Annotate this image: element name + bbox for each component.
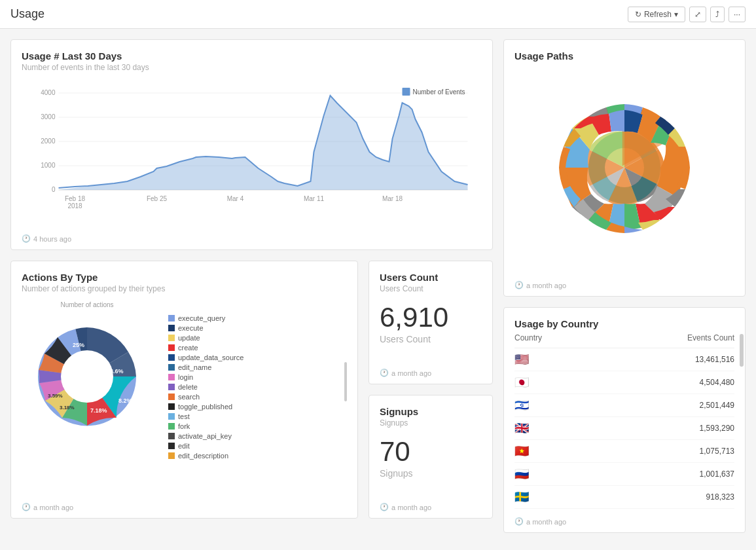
legend-item: search: [168, 393, 347, 401]
users-subtitle: Users Count: [380, 284, 482, 293]
actions-footer: 🕐 a month ago: [22, 503, 73, 511]
clock-icon: 🕐: [22, 234, 31, 243]
sunburst-area: [514, 63, 734, 272]
svg-text:1000: 1000: [41, 162, 56, 169]
legend-label: edit: [178, 442, 190, 450]
legend-label: test: [178, 412, 190, 420]
legend-label: search: [178, 393, 200, 401]
country-flag: 🇸🇪: [514, 486, 596, 509]
legend-item: edit: [168, 442, 347, 450]
top-bar: Usage ↻ Refresh ▾ ⤢ ⤴ ···: [0, 0, 756, 29]
svg-text:25%: 25%: [73, 342, 84, 348]
actions-chart-card: Actions By Type Number of actions groupe…: [10, 261, 358, 519]
event-count: 1,593,290: [596, 417, 734, 440]
table-row: 🇯🇵 4,504,480: [514, 371, 734, 394]
chart-label: Number of actions: [60, 301, 113, 308]
sunburst-chart: [523, 69, 726, 266]
refresh-button[interactable]: ↻ Refresh ▾: [628, 7, 685, 22]
legend-label: update_data_source: [178, 354, 243, 361]
country-title: Usage by Country: [514, 318, 734, 329]
legend-color: [168, 325, 175, 331]
legend-item: edit_description: [168, 452, 347, 460]
signups-subtitle: Signups: [380, 418, 482, 428]
svg-text:4000: 4000: [41, 89, 56, 96]
country-flag: 🇮🇱: [514, 394, 596, 417]
svg-text:Mar 18: Mar 18: [382, 195, 403, 202]
donut-chart: 43.6% 25% 8.2% 7.18% 3.18% 3.59%: [22, 311, 153, 442]
legend-color: [168, 344, 175, 351]
refresh-icon: ↻: [635, 10, 641, 19]
dropdown-arrow: ▾: [674, 10, 678, 19]
usage-paths-footer: 🕐 a month ago: [514, 281, 566, 289]
legend-label: edit_description: [178, 452, 228, 460]
actions-title: Actions By Type: [22, 272, 347, 283]
legend-color: [168, 403, 175, 410]
svg-point-20: [61, 350, 113, 403]
legend-item: delete: [168, 383, 347, 391]
svg-text:3000: 3000: [41, 113, 56, 120]
more-button[interactable]: ···: [729, 7, 746, 22]
usage-chart-subtitle: Number of events in the last 30 days: [22, 63, 482, 72]
legend-label: create: [178, 344, 198, 352]
clock-icon-5: 🕐: [514, 281, 524, 289]
legend-item: execute_query: [168, 314, 347, 322]
country-col-header: Country: [514, 331, 596, 348]
legend-color: [168, 335, 175, 341]
svg-text:Feb 18: Feb 18: [65, 195, 86, 202]
stats-column: Users Count Users Count 6,910 Users Coun…: [369, 261, 493, 519]
line-chart: 4000 3000 2000 1000 0 Feb 18 2018 Feb 25…: [22, 80, 482, 224]
legend-color: [168, 452, 175, 459]
legend-item: fork: [168, 422, 347, 430]
left-column: Usage # Last 30 Days Number of events in…: [10, 39, 493, 533]
legend-label: execute_query: [178, 314, 225, 322]
svg-text:43.6%: 43.6%: [107, 368, 124, 375]
event-count: 1,001,637: [596, 463, 734, 486]
table-row: 🇮🇱 2,501,449: [514, 394, 734, 417]
signups-title: Signups: [380, 406, 482, 417]
users-value: 6,910: [380, 304, 482, 331]
users-label: Users Count: [380, 334, 482, 344]
legend-label: update: [178, 334, 200, 342]
dashboard: Usage # Last 30 Days Number of events in…: [0, 29, 756, 550]
legend-color: [168, 384, 175, 390]
legend-label: edit_name: [178, 363, 211, 371]
svg-text:2000: 2000: [41, 138, 56, 145]
legend-color: [168, 443, 175, 449]
legend-label: delete: [178, 383, 198, 391]
legend-color: [168, 364, 175, 371]
usage-by-country-card: Usage by Country Country Events Count 🇺🇸…: [503, 307, 746, 533]
share-button[interactable]: ⤴: [710, 7, 725, 22]
clock-icon-6: 🕐: [514, 517, 524, 526]
usage-paths-card: Usage Paths: [503, 39, 746, 297]
legend-list: execute_query execute update create upda…: [168, 314, 347, 460]
scrollbar[interactable]: [344, 362, 347, 401]
legend-label: login: [178, 373, 193, 381]
signups-label: Signups: [380, 468, 482, 479]
signups-card: Signups Signups 70 Signups 🕐 a month ago: [369, 395, 493, 519]
table-row: 🇻🇳 1,075,713: [514, 440, 734, 463]
signups-value: 70: [380, 438, 482, 466]
expand-button[interactable]: ⤢: [689, 7, 706, 22]
country-scrollbar[interactable]: [740, 334, 744, 367]
svg-text:0: 0: [52, 186, 56, 193]
users-footer: 🕐 a month ago: [380, 369, 431, 377]
svg-marker-17: [59, 96, 468, 190]
users-title: Users Count: [380, 272, 482, 283]
chart-legend: execute_query execute update create upda…: [163, 301, 347, 462]
legend-item: edit_name: [168, 363, 347, 371]
legend-item: activate_api_key: [168, 432, 347, 440]
legend-item: login: [168, 373, 347, 381]
legend-item: update_data_source: [168, 354, 347, 361]
legend-color: [168, 354, 175, 361]
event-count: 2,501,449: [596, 394, 734, 417]
svg-text:3.59%: 3.59%: [48, 393, 63, 399]
clock-icon-4: 🕐: [380, 503, 389, 511]
svg-text:3.18%: 3.18%: [60, 405, 75, 411]
table-row: 🇸🇪 918,323: [514, 486, 734, 509]
svg-text:Mar 4: Mar 4: [227, 195, 244, 202]
legend-label: toggle_published: [178, 403, 232, 411]
table-row: 🇬🇧 1,593,290: [514, 417, 734, 440]
svg-rect-18: [403, 88, 410, 96]
page-title: Usage: [10, 7, 45, 21]
legend-color: [168, 433, 175, 439]
